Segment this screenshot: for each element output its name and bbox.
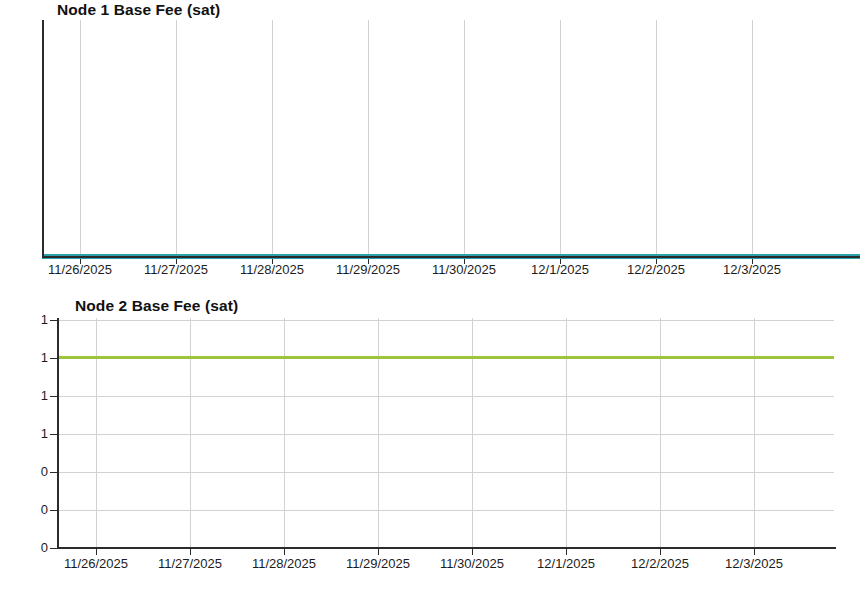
chart2-x-tick-label: 12/1/2025 — [521, 556, 611, 571]
chart2-y-tick — [50, 358, 57, 359]
chart2-node2-series-line — [57, 356, 834, 359]
chart2-x-tick — [284, 549, 285, 555]
base-fee-charts-page: Node 1 Base Fee (sat) 11/26/202511/27/20… — [0, 0, 860, 600]
chart2-y-tick — [50, 396, 57, 397]
chart2-x-tick — [660, 549, 661, 555]
chart2-y-tick — [50, 434, 57, 435]
chart2-y-tick — [50, 320, 57, 321]
chart2-y-tick — [50, 510, 57, 511]
chart2-gridline-v — [566, 318, 567, 547]
chart2-title: Node 2 Base Fee (sat) — [75, 297, 238, 315]
chart2-y-tick-label: 1 — [17, 312, 48, 327]
chart2-x-tick-label: 12/2/2025 — [615, 556, 705, 571]
chart1-x-tick-label: 11/26/2025 — [35, 262, 125, 277]
chart2-gridline-h — [59, 472, 834, 473]
chart2-x-axis — [57, 547, 836, 549]
chart1-gridline-v — [656, 20, 657, 256]
chart2-gridline-v — [96, 318, 97, 547]
chart1-title: Node 1 Base Fee (sat) — [57, 1, 220, 19]
chart2-x-tick — [378, 549, 379, 555]
chart2-y-axis — [57, 318, 59, 549]
chart1-x-tick-label: 11/29/2025 — [323, 262, 413, 277]
chart2-gridline-h — [59, 510, 834, 511]
chart2-y-tick — [50, 472, 57, 473]
chart2-y-tick-label: 1 — [17, 350, 48, 365]
chart2-x-tick-label: 12/3/2025 — [709, 556, 799, 571]
chart1-gridline-v — [176, 20, 177, 256]
chart2-x-tick — [754, 549, 755, 555]
chart2-x-tick-label: 11/26/2025 — [51, 556, 141, 571]
chart2-gridline-h — [59, 396, 834, 397]
chart1-gridline-v — [560, 20, 561, 256]
chart2-x-tick — [566, 549, 567, 555]
chart2-x-tick — [96, 549, 97, 555]
chart2-x-tick — [472, 549, 473, 555]
chart2-gridline-v — [472, 318, 473, 547]
chart2-gridline-v — [284, 318, 285, 547]
chart2-x-tick-label: 11/27/2025 — [145, 556, 235, 571]
chart2-gridline-v — [754, 318, 755, 547]
chart1-gridline-v — [368, 20, 369, 256]
chart2-gridline-h — [59, 434, 834, 435]
chart1-x-tick-label: 12/3/2025 — [707, 262, 797, 277]
chart1-x-tick-label: 12/1/2025 — [515, 262, 605, 277]
chart1-x-tick-label: 11/30/2025 — [419, 262, 509, 277]
chart2-y-tick-label: 1 — [17, 388, 48, 403]
chart2-gridline-v — [378, 318, 379, 547]
chart2-gridline-h — [59, 320, 834, 321]
chart1-gridline-v — [80, 20, 81, 256]
chart1-x-axis — [42, 256, 860, 258]
chart1-gridline-v — [272, 20, 273, 256]
chart2-x-tick — [190, 549, 191, 555]
chart1-gridline-v — [464, 20, 465, 256]
chart2-gridline-v — [190, 318, 191, 547]
chart2-gridline-v — [660, 318, 661, 547]
chart1-y-axis — [42, 20, 44, 258]
chart2-x-tick-label: 11/29/2025 — [333, 556, 423, 571]
chart1-x-tick-label: 11/27/2025 — [131, 262, 221, 277]
chart2-y-tick-label: 0 — [17, 502, 48, 517]
chart1-x-tick-label: 12/2/2025 — [611, 262, 701, 277]
chart2-x-tick-label: 11/30/2025 — [427, 556, 517, 571]
chart2-y-tick-label: 0 — [17, 464, 48, 479]
chart2-x-tick-label: 11/28/2025 — [239, 556, 329, 571]
chart2-y-tick-label: 0 — [17, 540, 48, 555]
chart1-gridline-v — [752, 20, 753, 256]
chart1-x-tick-label: 11/28/2025 — [227, 262, 317, 277]
chart2-y-tick — [50, 548, 57, 549]
chart2-y-tick-label: 1 — [17, 426, 48, 441]
